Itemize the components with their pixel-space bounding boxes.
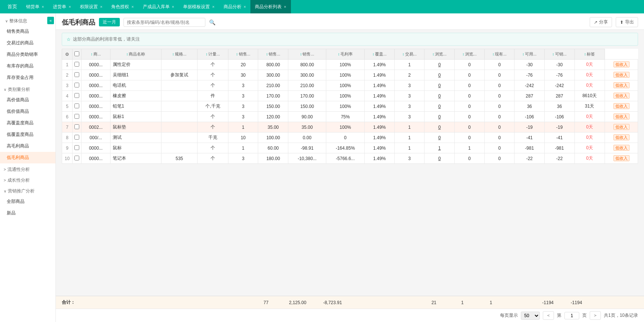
trade-link[interactable]: 0 bbox=[438, 62, 441, 67]
close-role-auth-icon[interactable]: × bbox=[131, 4, 134, 9]
close-product-inbound-icon[interactable]: × bbox=[172, 4, 174, 9]
settings-icon[interactable]: ⚙ bbox=[65, 52, 69, 57]
select-all-checkbox[interactable] bbox=[74, 51, 79, 56]
sidebar-item-sales-products[interactable]: 销售类商品 bbox=[0, 26, 55, 37]
sidebar-group-flow-analysis[interactable]: > 流通性分析 bbox=[0, 163, 55, 174]
row-checkbox[interactable] bbox=[74, 114, 79, 119]
browse1: 0 bbox=[455, 101, 485, 112]
browse2: 0 bbox=[484, 133, 515, 143]
sidebar-group-category-analysis[interactable]: ∨ 类别量分析 bbox=[0, 83, 55, 94]
nav-role-auth[interactable]: 角色授权 × bbox=[107, 0, 138, 13]
trade-link[interactable]: 0 bbox=[438, 83, 441, 88]
nav-home[interactable]: 首页 bbox=[3, 0, 22, 13]
row-checkbox[interactable] bbox=[74, 103, 79, 108]
trade-count[interactable]: 0 bbox=[424, 101, 455, 112]
sidebar-item-stock-products[interactable]: 有库存的商品 bbox=[0, 60, 55, 72]
page-number-input[interactable] bbox=[564, 312, 579, 319]
row-checkbox-cell[interactable] bbox=[73, 80, 81, 91]
search-input[interactable] bbox=[124, 18, 205, 27]
trade-link[interactable]: 1 bbox=[438, 146, 441, 151]
sidebar-item-low-coverage[interactable]: 低覆盖度商品 bbox=[0, 129, 55, 140]
trade-count[interactable]: 0 bbox=[424, 122, 455, 133]
trade-link[interactable]: 0 bbox=[438, 104, 441, 109]
row-checkbox[interactable] bbox=[74, 93, 79, 98]
gross-rate: 100% bbox=[326, 80, 365, 91]
nav-purchase-order[interactable]: 进货单 × bbox=[48, 0, 75, 13]
close-analysis-list-icon[interactable]: × bbox=[284, 4, 286, 9]
row-checkbox-cell[interactable] bbox=[73, 91, 81, 101]
trade-count[interactable]: 0 bbox=[424, 133, 455, 143]
row-number: 7 bbox=[62, 122, 73, 133]
row-checkbox[interactable] bbox=[74, 83, 79, 87]
row-checkbox[interactable] bbox=[74, 62, 79, 67]
sidebar-item-high-coverage[interactable]: 高覆盖度商品 bbox=[0, 117, 55, 129]
trade-count[interactable]: 0 bbox=[424, 91, 455, 101]
product-code: 000/... bbox=[81, 133, 110, 143]
col-checkbox-all[interactable] bbox=[73, 49, 81, 60]
row-checkbox-cell[interactable] bbox=[73, 60, 81, 70]
close-permissions-icon[interactable]: × bbox=[100, 4, 102, 9]
row-checkbox-cell[interactable] bbox=[73, 143, 81, 153]
trade-count[interactable]: 0 bbox=[424, 80, 455, 91]
row-checkbox[interactable] bbox=[74, 145, 79, 150]
trade-link[interactable]: 0 bbox=[438, 135, 441, 140]
sidebar-item-low-margin[interactable]: 低毛利商品 bbox=[0, 152, 55, 163]
next-page-button[interactable]: ＞ bbox=[590, 311, 601, 320]
trade-count[interactable]: 0 bbox=[424, 112, 455, 122]
close-template-settings-icon[interactable]: × bbox=[212, 4, 214, 9]
trade-link[interactable]: 0 bbox=[438, 125, 441, 130]
row-checkbox[interactable] bbox=[74, 135, 79, 140]
trade-count[interactable]: 1 bbox=[424, 143, 455, 153]
row-checkbox-cell[interactable] bbox=[73, 133, 81, 143]
prev-page-button[interactable]: ＜ bbox=[543, 311, 554, 320]
nav-product-analysis[interactable]: 商品分析 × bbox=[219, 0, 250, 13]
product-code: 0000... bbox=[81, 60, 110, 70]
table-container[interactable]: ⚙ ↕商... ↕商品名称 ↕规格... ↕计量... ↕销售... ↕销售..… bbox=[56, 49, 644, 296]
sidebar-item-high-margin[interactable]: 高毛利商品 bbox=[0, 140, 55, 152]
sidebar-item-new-products[interactable]: 新品 bbox=[0, 207, 55, 219]
trade-count[interactable]: 0 bbox=[424, 70, 455, 80]
row-checkbox-cell[interactable] bbox=[73, 70, 81, 80]
trade-link[interactable]: 0 bbox=[438, 93, 441, 99]
trade-link[interactable]: 0 bbox=[438, 73, 441, 78]
row-checkbox[interactable] bbox=[74, 124, 79, 129]
sidebar-group-marketing[interactable]: ∨ 营销推广分析 bbox=[0, 185, 55, 196]
row-checkbox[interactable] bbox=[74, 156, 79, 160]
trade-link[interactable]: 0 bbox=[438, 156, 441, 161]
close-product-analysis-icon[interactable]: × bbox=[244, 4, 246, 9]
trade-count[interactable]: 0 bbox=[424, 60, 455, 70]
export-button[interactable]: ⬆ 导出 bbox=[616, 17, 638, 27]
row-checkbox-cell[interactable] bbox=[73, 122, 81, 133]
sidebar-item-traded-products[interactable]: 交易过的商品 bbox=[0, 37, 55, 49]
nav-product-inbound[interactable]: 产成品入库单 × bbox=[138, 0, 179, 13]
browse2: 0 bbox=[484, 80, 515, 91]
trade-link[interactable]: 0 bbox=[438, 114, 441, 119]
close-sales-order-icon[interactable]: × bbox=[42, 4, 44, 9]
search-button[interactable]: 🔍 bbox=[209, 19, 215, 25]
col-settings[interactable]: ⚙ bbox=[62, 49, 73, 60]
sidebar-group-overall[interactable]: ∨ 整体信息 bbox=[1, 15, 31, 26]
sidebar-collapse-button[interactable]: « bbox=[47, 17, 54, 24]
sidebar-item-category-rate[interactable]: 商品分类助销率 bbox=[0, 49, 55, 60]
col-browse2: ↕浏览... bbox=[455, 49, 485, 60]
page-size-select[interactable]: 50 100 200 bbox=[521, 312, 540, 320]
nav-permissions[interactable]: 权限设置 × bbox=[76, 0, 107, 13]
row-checkbox-cell[interactable] bbox=[73, 101, 81, 112]
row-checkbox-cell[interactable] bbox=[73, 112, 81, 122]
share-button[interactable]: ↗ 分享 bbox=[590, 17, 612, 27]
period-button[interactable]: 近一月 bbox=[99, 18, 120, 26]
sidebar-item-stock-capital[interactable]: 库存资金占用 bbox=[0, 72, 55, 83]
coverage: 1 bbox=[394, 143, 424, 153]
product-spec bbox=[161, 91, 197, 101]
nav-product-analysis-list[interactable]: 商品分析列表 × bbox=[250, 0, 291, 13]
sidebar-group-growth-analysis[interactable]: > 成长性分析 bbox=[0, 174, 55, 185]
sidebar-item-high-value[interactable]: 高价值商品 bbox=[0, 94, 55, 106]
nav-sales-order[interactable]: 销货单 × bbox=[22, 0, 48, 13]
row-checkbox[interactable] bbox=[74, 72, 79, 77]
sidebar-item-all-products[interactable]: 全部商品 bbox=[0, 196, 55, 207]
nav-template-settings[interactable]: 单据模板设置 × bbox=[179, 0, 219, 13]
sidebar-item-low-value[interactable]: 低价值商品 bbox=[0, 106, 55, 117]
trade-count[interactable]: 0 bbox=[424, 153, 455, 164]
close-purchase-order-icon[interactable]: × bbox=[68, 4, 71, 9]
row-checkbox-cell[interactable] bbox=[73, 153, 81, 164]
